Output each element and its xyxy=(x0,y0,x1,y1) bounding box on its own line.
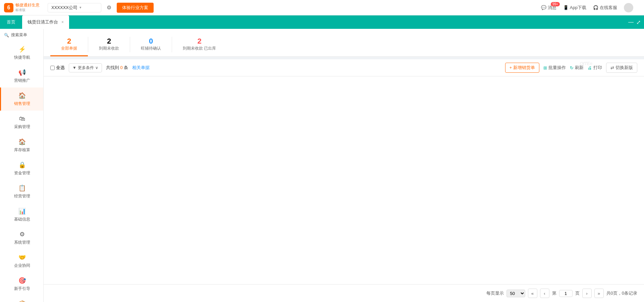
filter-arrow-icon: ∨ xyxy=(95,65,98,70)
sidebar-item-basic[interactable]: 📊 基础信息 xyxy=(0,203,43,226)
avatar[interactable] xyxy=(624,3,633,12)
print-icon: 🖨 xyxy=(588,65,592,70)
tab-minimize-icon[interactable]: — xyxy=(628,19,634,25)
tab-bar-actions: — ⤢ xyxy=(628,19,644,25)
sidebar-item-label: 经营管理 xyxy=(14,193,30,199)
checkbox-input[interactable] xyxy=(50,66,55,70)
stat-tab-pending[interactable]: 0 旺辅待确认 xyxy=(130,34,172,56)
marketing-icon: 📢 xyxy=(18,68,26,76)
messages-badge: 99+ xyxy=(551,2,560,6)
page-text: 第 xyxy=(552,290,556,296)
related-link[interactable]: 相关单据 xyxy=(132,65,150,71)
last-page-button[interactable]: » xyxy=(594,289,604,298)
sidebar-item-inventory[interactable]: 🏠 库存核算 xyxy=(0,134,43,157)
sidebar: 🔍 搜索菜单 ⚡ 快捷导航 📢 营销推广 🏠 销售管理 🛍 采购管理 🏠 库存核… xyxy=(0,29,44,302)
stat-tab-overdue[interactable]: 2 到期未收款 xyxy=(88,34,130,56)
next-page-button[interactable]: › xyxy=(582,289,592,298)
phone-icon: 📱 xyxy=(563,5,569,10)
search-icon: 🔍 xyxy=(4,33,9,38)
stat-tab-shipped[interactable]: 2 到期未收款 已出库 xyxy=(172,34,227,56)
sidebar-item-app-center[interactable]: 📦 应用中心 xyxy=(0,296,43,302)
prev-page-button[interactable]: ‹ xyxy=(540,289,549,298)
quick-nav-icon: ⚡ xyxy=(18,45,26,53)
stats-tabs: 2 全部单据 2 到期未收款 0 旺辅待确认 2 到期未收款 已出库 xyxy=(44,29,644,57)
batch-label: 批量操作 xyxy=(548,65,566,71)
sidebar-item-label: 快捷导航 xyxy=(14,55,30,60)
pagination: 每页显示 50 10 20 100 « ‹ 第 页 › » 共0页，0条记录 xyxy=(44,284,644,302)
finance-icon: 🔒 xyxy=(18,161,26,169)
tab-maximize-icon[interactable]: ⤢ xyxy=(636,19,641,25)
batch-icon: ⊞ xyxy=(543,65,547,70)
app-download-item[interactable]: 📱 App下载 xyxy=(563,5,586,11)
system-icon: ⚙ xyxy=(18,230,26,238)
enterprise-icon: 🤝 xyxy=(18,253,26,261)
sidebar-item-label: 企业协同 xyxy=(14,263,30,268)
sidebar-item-marketing[interactable]: 📢 营销推广 xyxy=(0,64,43,87)
stat-label-overdue: 到期未收款 xyxy=(99,46,119,51)
main-layout: 🔍 搜索菜单 ⚡ 快捷导航 📢 营销推广 🏠 销售管理 🛍 采购管理 🏠 库存核… xyxy=(0,29,644,302)
refresh-button[interactable]: ↻ 刷新 xyxy=(570,65,584,71)
found-prefix: 共找到 xyxy=(106,65,119,70)
sidebar-item-purchase[interactable]: 🛍 采购管理 xyxy=(0,111,43,134)
sidebar-item-quick-nav[interactable]: ⚡ 快捷导航 xyxy=(0,41,43,64)
filter-button[interactable]: ▼ 更多条件 ∨ xyxy=(69,63,102,72)
company-name: XXXXXX公司 xyxy=(51,5,77,11)
sidebar-item-operations[interactable]: 📋 经营管理 xyxy=(0,180,43,203)
sidebar-item-label: 库存核算 xyxy=(14,147,30,153)
basic-icon: 📊 xyxy=(18,207,26,215)
stat-label-shipped: 到期未收款 已出库 xyxy=(183,46,216,51)
filter-icon: ▼ xyxy=(72,65,76,70)
content-area: 2 全部单据 2 到期未收款 0 旺辅待确认 2 到期未收款 已出库 xyxy=(44,29,644,302)
inventory-icon: 🏠 xyxy=(18,138,26,146)
select-all-checkbox[interactable]: 全选 xyxy=(50,65,65,71)
company-selector[interactable]: XXXXXX公司 ▾ xyxy=(48,3,101,12)
sidebar-item-enterprise[interactable]: 🤝 企业协同 xyxy=(0,249,43,273)
switch-version-button[interactable]: ⇄ 切换新版 xyxy=(606,63,637,73)
page-size-label: 每页显示 xyxy=(486,290,504,296)
switch-label: 切换新版 xyxy=(615,65,633,71)
page-number-input[interactable] xyxy=(559,290,573,297)
sidebar-item-finance[interactable]: 🔒 资金管理 xyxy=(0,157,43,180)
messages-item[interactable]: 💬 消息 99+ xyxy=(541,5,556,11)
tab-active[interactable]: 钱货日清工作台 × xyxy=(22,15,69,29)
guide-icon: 🎯 xyxy=(18,277,26,285)
search-label: 搜索菜单 xyxy=(11,32,27,38)
found-unit: 条 xyxy=(124,65,128,70)
batch-action-button[interactable]: ⊞ 批量操作 xyxy=(543,65,566,71)
first-page-button[interactable]: « xyxy=(528,289,537,298)
add-sales-order-button[interactable]: + 新增销货单 xyxy=(505,63,539,73)
table-area xyxy=(44,76,644,284)
stat-label-pending: 旺辅待确认 xyxy=(141,46,161,51)
stat-num-shipped: 2 xyxy=(183,37,216,46)
sidebar-search[interactable]: 🔍 搜索菜单 xyxy=(0,29,43,41)
filter-label: 更多条件 xyxy=(78,65,94,71)
sidebar-item-label: 资金管理 xyxy=(14,170,30,176)
page-size-select[interactable]: 50 10 20 100 xyxy=(506,290,525,297)
online-service-item[interactable]: 🎧 在线客服 xyxy=(593,5,617,11)
trial-button[interactable]: 体验行业方案 xyxy=(117,3,154,13)
refresh-label: 刷新 xyxy=(575,65,584,71)
sidebar-item-label: 系统管理 xyxy=(14,240,30,245)
tab-home[interactable]: 首页 xyxy=(0,15,22,29)
settings-icon[interactable]: ⚙ xyxy=(104,3,114,13)
found-text: 共找到 0 条 xyxy=(106,65,128,71)
tab-active-label: 钱货日清工作台 xyxy=(28,19,58,25)
sidebar-item-system[interactable]: ⚙ 系统管理 xyxy=(0,226,43,249)
company-dropdown-icon: ▾ xyxy=(79,5,82,10)
toolbar-right: + 新增销货单 ⊞ 批量操作 ↻ 刷新 🖨 打印 ⇄ 切换新版 xyxy=(505,63,637,73)
logo-text: 畅捷通好生意 xyxy=(15,3,40,8)
sidebar-item-guide[interactable]: 🎯 新手引导 xyxy=(0,273,43,296)
stat-num-all: 2 xyxy=(61,37,77,46)
print-button[interactable]: 🖨 打印 xyxy=(588,65,602,71)
sidebar-item-label: 营销推广 xyxy=(14,78,30,83)
stat-tab-all[interactable]: 2 全部单据 xyxy=(50,34,88,56)
sidebar-item-label: 新手引导 xyxy=(14,286,30,292)
sidebar-item-sales[interactable]: 🏠 销售管理 xyxy=(0,87,43,111)
print-label: 打印 xyxy=(593,65,602,71)
online-service-label: 在线客服 xyxy=(600,5,617,11)
stat-num-pending: 0 xyxy=(141,37,161,46)
purchase-icon: 🛍 xyxy=(18,115,26,123)
page-summary: 共0页，0条记录 xyxy=(606,290,637,296)
tab-close-icon[interactable]: × xyxy=(61,20,64,24)
tab-bar: 首页 钱货日清工作台 × — ⤢ xyxy=(0,15,644,29)
